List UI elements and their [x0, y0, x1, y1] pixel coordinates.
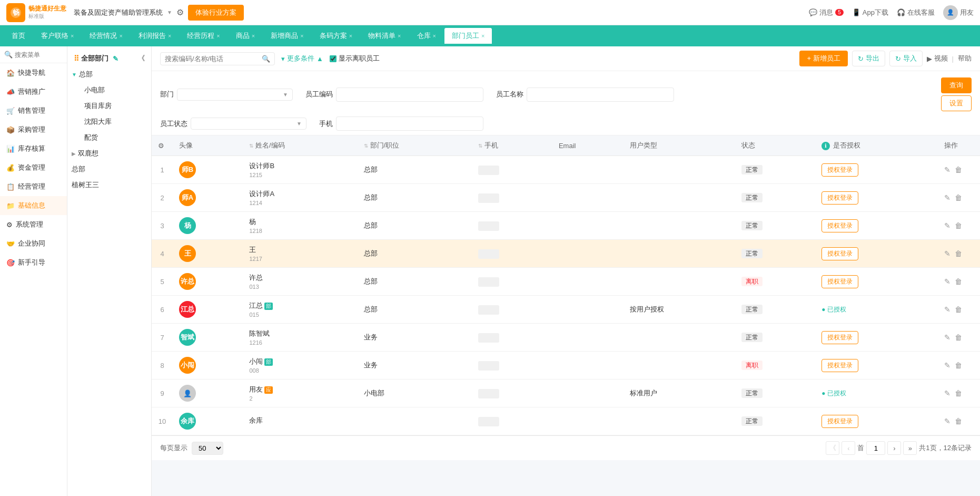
emp-name-input[interactable] [527, 87, 674, 102]
edit-button[interactable]: ✎ [944, 221, 951, 230]
tab-profit-close[interactable]: × [168, 33, 171, 39]
auth-login-button[interactable]: 授权登录 [821, 275, 858, 288]
tab-dept-staff[interactable]: 部门员工× [444, 28, 492, 44]
dept-item-shenyang[interactable]: 沈阳大库 [72, 114, 151, 130]
tab-profit[interactable]: 利润报告× [131, 28, 179, 44]
help-button[interactable]: 帮助 [958, 54, 972, 63]
tab-bom-close[interactable]: × [398, 33, 401, 39]
auth-login-button[interactable]: 授权登录 [821, 247, 858, 260]
video-button[interactable]: ▶ 视频 [927, 54, 948, 63]
edit-button[interactable]: ✎ [944, 333, 951, 342]
sidebar-item-manage[interactable]: 📋 经营管理 [0, 177, 67, 196]
dept-item-xiaodian[interactable]: 小电部 [72, 82, 151, 98]
emp-code-input[interactable] [336, 87, 483, 102]
trial-button[interactable]: 体验行业方案 [188, 5, 244, 21]
show-resigned-label[interactable]: 显示离职员工 [330, 54, 380, 63]
user-menu[interactable]: 👤 用友 [943, 5, 974, 20]
dept-item-xiangmu[interactable]: 项目库房 [72, 98, 151, 114]
tab-home[interactable]: 首页 [4, 28, 33, 44]
tab-warehouse-close[interactable]: × [433, 33, 436, 39]
tab-customer[interactable]: 客户联络× [34, 28, 81, 44]
system-title-dropdown[interactable]: ▼ [167, 9, 172, 15]
edit-button[interactable]: ✎ [944, 361, 951, 369]
tab-business-close[interactable]: × [119, 33, 122, 39]
tab-bom[interactable]: 物料清单× [361, 28, 408, 44]
dept-item-shuanglu[interactable]: ▶ 双鹿想 [67, 145, 151, 161]
emp-status-select[interactable]: ▼ [191, 118, 306, 130]
sidebar-item-collab[interactable]: 🤝 企业协同 [0, 234, 67, 253]
tab-dept-staff-close[interactable]: × [481, 33, 484, 39]
sidebar-item-purchase[interactable]: 📦 采购管理 [0, 120, 67, 139]
sidebar-item-quicknav[interactable]: 🏠 快捷导航 [0, 63, 67, 82]
dept-item-zhishu[interactable]: 植树王三 [67, 177, 151, 193]
dept-select[interactable]: ▼ [177, 89, 293, 101]
first-page-button[interactable]: 《 [826, 441, 839, 455]
search-button[interactable]: 查询 [941, 77, 972, 93]
edit-button[interactable]: ✎ [944, 389, 951, 397]
tab-goods[interactable]: 商品× [229, 28, 262, 44]
more-filter-button[interactable]: ▾ 更多条件 ▲ [281, 54, 323, 63]
auth-login-button[interactable]: 授权登录 [821, 163, 858, 177]
delete-button[interactable]: 🗑 [955, 333, 962, 342]
sidebar-item-finance[interactable]: 💰 资金管理 [0, 158, 67, 177]
edit-button[interactable]: ✎ [944, 277, 951, 286]
dept-item-peihuo[interactable]: 配货 [72, 130, 151, 145]
app-download-button[interactable]: 📱 App下载 [852, 8, 888, 17]
delete-button[interactable]: 🗑 [955, 305, 962, 314]
delete-button[interactable]: 🗑 [955, 193, 962, 202]
delete-button[interactable]: 🗑 [955, 249, 962, 258]
last-page-button[interactable]: » [903, 441, 917, 455]
tab-warehouse[interactable]: 仓库× [410, 28, 443, 44]
tab-customer-close[interactable]: × [71, 33, 74, 39]
search-input-wrap[interactable]: 🔍 [160, 52, 275, 65]
sidebar-search-wrap[interactable]: 🔍 [0, 46, 67, 63]
tab-history[interactable]: 经营历程× [180, 28, 227, 44]
per-page-select[interactable]: 50 100 [192, 442, 223, 455]
prev-page-button[interactable]: ‹ [842, 441, 855, 455]
edit-button[interactable]: ✎ [944, 305, 951, 314]
sidebar-item-system[interactable]: ⚙ 系统管理 [0, 215, 67, 234]
dept-item-zongbu-expand[interactable]: ▼ 总部 [67, 66, 151, 82]
page-number-input[interactable] [866, 441, 885, 455]
edit-button[interactable]: ✎ [944, 417, 951, 425]
dept-edit-icon[interactable]: ✎ [113, 55, 118, 63]
auth-login-button[interactable]: 授权登录 [821, 191, 858, 205]
settings-icon[interactable]: ⚙ [158, 142, 164, 150]
delete-button[interactable]: 🗑 [955, 221, 962, 230]
sort-name-icon[interactable]: ⇅ [249, 143, 253, 149]
tab-business[interactable]: 经营情况× [82, 28, 130, 44]
message-button[interactable]: 💬 消息 5 [809, 8, 844, 17]
sidebar-item-base[interactable]: 📁 基础信息 [0, 196, 67, 215]
delete-button[interactable]: 🗑 [955, 417, 962, 425]
auth-login-button[interactable]: 授权登录 [821, 415, 858, 428]
dept-collapse-icon[interactable]: 《 [138, 54, 145, 63]
tab-history-close[interactable]: × [216, 33, 220, 39]
tab-new-goods[interactable]: 新增商品× [263, 28, 311, 44]
add-employee-button[interactable]: + 新增员工 [799, 51, 847, 66]
auth-login-button[interactable]: 授权登录 [821, 219, 858, 232]
auth-login-button[interactable]: 授权登录 [821, 359, 858, 372]
delete-button[interactable]: 🗑 [955, 166, 962, 174]
auth-login-button[interactable]: 授权登录 [821, 331, 858, 344]
next-page-button[interactable]: › [887, 441, 901, 455]
import-button[interactable]: ↻ 导入 [889, 51, 923, 66]
show-resigned-checkbox[interactable] [330, 55, 336, 62]
service-button[interactable]: 🎧 在线客服 [897, 8, 935, 17]
sidebar-item-marketing[interactable]: 📣 营销推广 [0, 82, 67, 101]
edit-button[interactable]: ✎ [944, 249, 951, 258]
sidebar-item-sales[interactable]: 🛒 销售管理 [0, 101, 67, 120]
tab-goods-close[interactable]: × [252, 33, 255, 39]
delete-button[interactable]: 🗑 [955, 277, 962, 286]
gear-button[interactable]: ⚙ [176, 7, 184, 17]
sidebar-item-inventory[interactable]: 📊 库存核算 [0, 139, 67, 158]
tab-new-goods-close[interactable]: × [300, 33, 303, 39]
sidebar-search-input[interactable] [15, 51, 63, 59]
delete-button[interactable]: 🗑 [955, 389, 962, 397]
tab-barcode-close[interactable]: × [349, 33, 352, 39]
export-button[interactable]: ↻ 导出 [852, 51, 885, 66]
dept-item-zongbu2[interactable]: 总部 [67, 161, 151, 177]
tab-barcode[interactable]: 条码方案× [312, 28, 360, 44]
edit-button[interactable]: ✎ [944, 193, 951, 202]
phone-input[interactable] [336, 116, 483, 131]
delete-button[interactable]: 🗑 [955, 361, 962, 369]
